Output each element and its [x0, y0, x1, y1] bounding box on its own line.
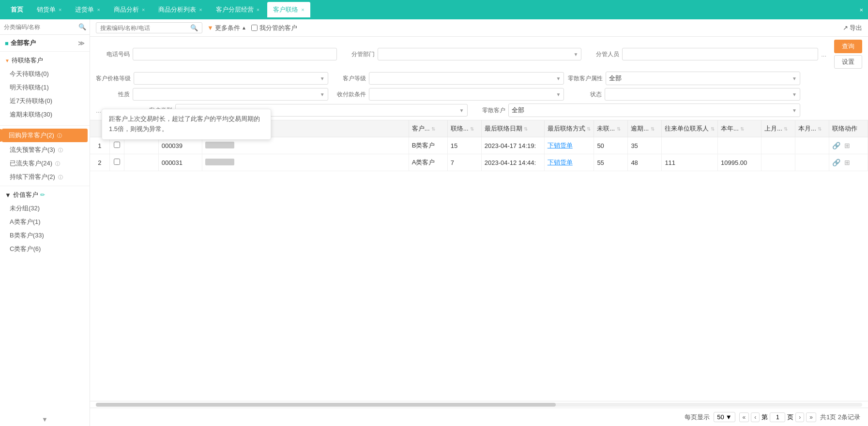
query-button[interactable]: 查询: [834, 40, 862, 53]
sidebar-item-declining[interactable]: 持续下滑客户(2) ⓘ: [0, 170, 90, 184]
more-conditions-button[interactable]: ▼ 更多条件 ▲: [207, 24, 246, 32]
sidebar-search-input[interactable]: [4, 24, 76, 30]
filter-cell-dept: 分管部门 ▼: [341, 48, 582, 60]
retail-attr-select[interactable]: 全部 ▼: [606, 72, 800, 85]
row2-link-icon[interactable]: 🔗: [832, 159, 840, 166]
tab-purchase[interactable]: 进货单 ×: [69, 2, 106, 17]
tab-purchase-close[interactable]: ×: [97, 7, 100, 13]
scroll-thumb[interactable]: [96, 403, 556, 407]
main-search-icon[interactable]: 🔍: [190, 24, 198, 31]
sidebar-collapse-button[interactable]: ≫: [78, 40, 85, 47]
row1-checkbox[interactable]: [114, 142, 120, 148]
sidebar-item-lost[interactable]: 已流失客户(24) ⓘ: [0, 157, 90, 170]
tab-home[interactable]: 首页: [5, 2, 29, 17]
sidebar-item-repurchase-abnormal[interactable]: 回购异常客户(2) ⓘ: [2, 129, 88, 142]
price-level-select[interactable]: ▼: [134, 72, 328, 85]
sidebar-value-group[interactable]: ▼ 价值客户 ✏: [0, 188, 90, 202]
sidebar-all-customers: ■ 全部客户 ≫: [0, 35, 90, 52]
lastdate-sort-icon[interactable]: ⇅: [524, 126, 528, 132]
my-customers-checkbox[interactable]: [251, 25, 258, 31]
contact-sort-icon[interactable]: ⇅: [470, 126, 474, 132]
person-dots[interactable]: ...: [821, 51, 826, 58]
sidebar-divider2: [0, 186, 90, 186]
row1-lastway-link[interactable]: 下销货单: [548, 142, 573, 149]
sidebar-item-a-class[interactable]: A类客户(1): [0, 215, 90, 229]
sidebar-pending-group[interactable]: ▼ 待联络客户: [0, 54, 90, 67]
row2-lastway-link[interactable]: 下销货单: [548, 159, 573, 166]
tab-analysis-close[interactable]: ×: [142, 7, 145, 13]
tab-customer-tier[interactable]: 客户分层经营 ×: [210, 2, 265, 17]
pagination-bar: 每页显示 50 ▼ « ‹ 第 页 › » 共1页 2条记录: [90, 408, 868, 426]
search-input-wrap: 🔍: [96, 22, 202, 33]
filter-row-2: 客户价格等级 ▼ 客户等级 ▼ 零散客户属性 全部: [96, 72, 862, 85]
sidebar-item-churn-warning[interactable]: 流失预警客户(3) ⓘ: [0, 143, 90, 157]
tab-analysis-list-close[interactable]: ×: [199, 7, 202, 13]
sidebar-item-c-class[interactable]: C类客户(6): [0, 242, 90, 256]
status-select[interactable]: ▼: [605, 88, 800, 101]
row1-link-icon[interactable]: 🔗: [832, 142, 840, 149]
sidebar-bottom-arrow[interactable]: ▼: [0, 413, 90, 426]
page-number-input[interactable]: [770, 412, 785, 422]
tab-sales[interactable]: 销货单 ×: [31, 2, 67, 17]
thismonth-sort-icon[interactable]: ⇅: [818, 126, 822, 132]
row2-action: 🔗 ⊞: [829, 154, 868, 171]
close-all-button[interactable]: ×: [859, 5, 863, 14]
sidebar-item-ungroup[interactable]: 未分组(32): [0, 202, 90, 215]
contacts-sort-icon[interactable]: ⇅: [711, 126, 715, 132]
overdue-sort-icon[interactable]: ⇅: [651, 126, 655, 132]
retail-select[interactable]: 全部 ▼: [508, 103, 801, 117]
row2-qr-icon[interactable]: ⊞: [844, 159, 850, 166]
setting-button[interactable]: 设置: [834, 55, 862, 69]
row1-contacts: [662, 137, 718, 154]
sidebar-item-7days[interactable]: 近7天待联络(0): [0, 94, 90, 108]
tab-sales-close[interactable]: ×: [59, 7, 61, 13]
value-group-edit-icon[interactable]: ✏: [40, 191, 45, 198]
row1-level: B类客户: [409, 137, 447, 154]
next-page-button[interactable]: ›: [795, 412, 804, 422]
horizontal-scrollbar[interactable]: [90, 401, 868, 408]
row2-code: 000031: [158, 154, 202, 171]
dept-select[interactable]: ▼: [378, 48, 582, 60]
tab-customer-contact-close[interactable]: ×: [301, 7, 304, 13]
sidebar-item-today[interactable]: 今天待联络(0): [0, 67, 90, 81]
row4-dots[interactable]: ...: [96, 107, 101, 114]
first-page-button[interactable]: «: [739, 412, 749, 422]
content-area: 🔍 ▼ 更多条件 ▲ 我分管的客户 ↗ 导出 电话号码: [90, 19, 868, 426]
per-page-select[interactable]: 50 ▼: [714, 412, 735, 422]
main-search-input[interactable]: [100, 25, 188, 31]
payment-select[interactable]: ▼: [369, 88, 564, 101]
my-customers-label: 我分管的客户: [259, 24, 297, 32]
retail-attr-value: 全部: [609, 74, 622, 83]
level-sort-icon[interactable]: ⇅: [431, 126, 435, 132]
uncontact-sort-icon[interactable]: ⇅: [617, 126, 621, 132]
page-end-label: 页: [787, 413, 793, 422]
lastmonth-sort-icon[interactable]: ⇅: [784, 126, 788, 132]
pending-group-arrow: ▼: [5, 58, 10, 63]
tab-customer-tier-close[interactable]: ×: [257, 7, 259, 13]
row1-qr-icon[interactable]: ⊞: [844, 142, 850, 149]
row2-checkbox[interactable]: [114, 159, 120, 165]
tab-analysis[interactable]: 商品分析 ×: [108, 2, 151, 17]
filter-cell-price-level: 客户价格等级 ▼: [96, 72, 328, 85]
last-page-button[interactable]: »: [806, 412, 816, 422]
total-label: 共1页 2条记录: [820, 413, 860, 422]
th-contacts: 往来单位联系人 ⇅: [662, 120, 718, 137]
export-button[interactable]: ↗ 导出: [843, 24, 862, 32]
sidebar-item-b-class[interactable]: B类客户(33): [0, 229, 90, 242]
customer-level-select[interactable]: ▼: [369, 72, 564, 85]
nature-select[interactable]: ▼: [133, 88, 328, 101]
phone-input[interactable]: [133, 48, 337, 60]
sidebar-item-overdue[interactable]: 逾期未联络(30): [0, 108, 90, 121]
sidebar-search-icon[interactable]: 🔍: [78, 23, 86, 30]
tab-customer-contact[interactable]: 客户联络 ×: [267, 2, 310, 17]
filter-cell-payment: 收付款条件 ▼: [332, 88, 564, 101]
thisyear-sort-icon[interactable]: ⇅: [740, 126, 744, 132]
person-select[interactable]: [622, 48, 818, 60]
sidebar-item-tomorrow[interactable]: 明天待联络(1): [0, 81, 90, 94]
row2-num: 2: [90, 154, 109, 171]
prev-page-button[interactable]: ‹: [751, 412, 760, 422]
lastway-sort-icon[interactable]: ⇅: [587, 126, 591, 132]
price-level-arrow: ▼: [320, 76, 325, 81]
tab-analysis-list[interactable]: 商品分析列表 ×: [152, 2, 208, 17]
row1-thismonth: [795, 137, 829, 154]
